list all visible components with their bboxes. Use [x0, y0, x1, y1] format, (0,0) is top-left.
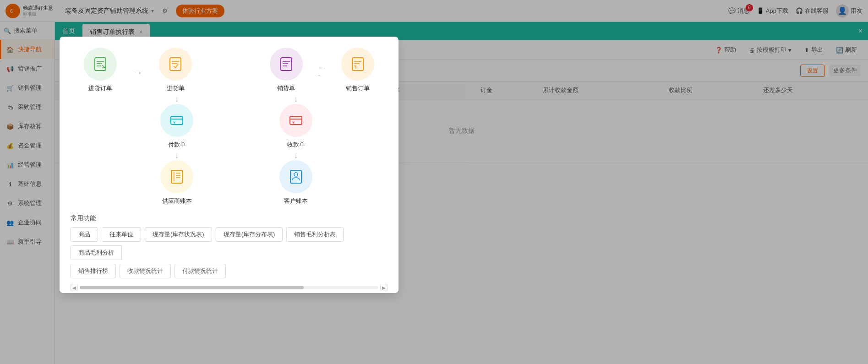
sales-receipt-icon: [270, 48, 303, 81]
flow-node-sales-order[interactable]: 销售订单: [328, 48, 388, 92]
common-btn-partners[interactable]: 往来单位: [102, 227, 141, 242]
flow-node-supplier-ledger[interactable]: 供应商账本: [145, 160, 209, 205]
arrow-down-sales: ↓: [264, 94, 328, 104]
purchase-order-icon: [84, 48, 117, 81]
common-btn-sales-rank[interactable]: 销售排行榜: [71, 264, 116, 278]
svg-rect-2: [95, 58, 106, 71]
spacer-arrow: [135, 94, 145, 104]
arrow-down-payment: ↓: [145, 151, 209, 160]
common-btn-stock-status[interactable]: 现存量(库存状况表): [145, 227, 212, 242]
arrow-down-purchase: ↓: [145, 94, 209, 104]
svg-rect-27: [290, 170, 301, 183]
svg-text:¥: ¥: [292, 120, 295, 125]
supplier-ledger-icon: [160, 160, 193, 193]
svg-rect-16: [171, 116, 183, 125]
arrow-right-1: →: [130, 67, 146, 79]
common-btn-goods-margin[interactable]: 商品毛利分析: [71, 245, 122, 260]
receipt-bill-icon: ¥: [279, 104, 312, 137]
spacer-mid: [209, 94, 264, 104]
svg-point-28: [294, 173, 298, 176]
common-functions-section: 常用功能 商品 往来单位 现存量(库存状况表) 现存量(库存分布表) 销售毛利分…: [71, 214, 388, 278]
flow-node-purchase-receipt[interactable]: 进货单: [146, 48, 205, 92]
purchase-receipt-icon: [159, 48, 192, 81]
flow-node-payment[interactable]: ¥ 付款单: [145, 104, 209, 149]
payment-icon: ¥: [160, 104, 193, 137]
common-btn-sales-margin[interactable]: 销售毛利分析表: [286, 227, 344, 242]
flow-node-customer-ledger[interactable]: 客户账本: [264, 160, 328, 205]
spacer-purchase: [71, 94, 135, 104]
common-buttons-group-2: 销售排行榜 收款情况统计 付款情况统计: [71, 264, 388, 278]
modal-overlay[interactable]: 进货订单 → 进货单 销货单: [0, 0, 868, 364]
common-btn-payment-stats[interactable]: 付款情况统计: [175, 264, 226, 278]
common-btn-goods[interactable]: 商品: [71, 227, 98, 242]
dashed-arrow-left: ←- -: [316, 64, 328, 79]
svg-rect-6: [170, 58, 181, 71]
svg-rect-19: [290, 116, 302, 125]
svg-text:¥: ¥: [173, 120, 176, 125]
flow-node-purchase-order[interactable]: 进货订单: [71, 48, 130, 92]
flow-node-sales-receipt[interactable]: 销货单: [257, 48, 316, 92]
common-functions-title: 常用功能: [71, 214, 388, 223]
quick-nav-modal: 进货订单 → 进货单 销货单: [60, 37, 399, 293]
scrollbar-track[interactable]: [80, 286, 378, 289]
common-btn-stock-dist[interactable]: 现存量(库存分布表): [216, 227, 283, 242]
common-buttons-group: 商品 往来单位 现存量(库存状况表) 现存量(库存分布表) 销售毛利分析表 商品…: [71, 227, 388, 260]
sales-order-icon: [341, 48, 374, 81]
customer-ledger-icon: [279, 160, 312, 193]
svg-rect-9: [281, 58, 292, 71]
scroll-left-btn[interactable]: ◀: [71, 284, 78, 291]
scroll-right-btn[interactable]: ▶: [380, 284, 388, 291]
arrow-down-receipt: ↓: [264, 151, 328, 160]
scrollbar-thumb: [80, 286, 304, 289]
common-btn-receipt-stats[interactable]: 收款情况统计: [120, 264, 171, 278]
svg-rect-23: [173, 172, 175, 181]
svg-rect-22: [171, 170, 182, 183]
flow-node-receipt-bill[interactable]: ¥ 收款单: [264, 104, 328, 149]
svg-rect-13: [352, 58, 363, 71]
horizontal-scrollbar: ◀ ▶: [71, 284, 388, 291]
